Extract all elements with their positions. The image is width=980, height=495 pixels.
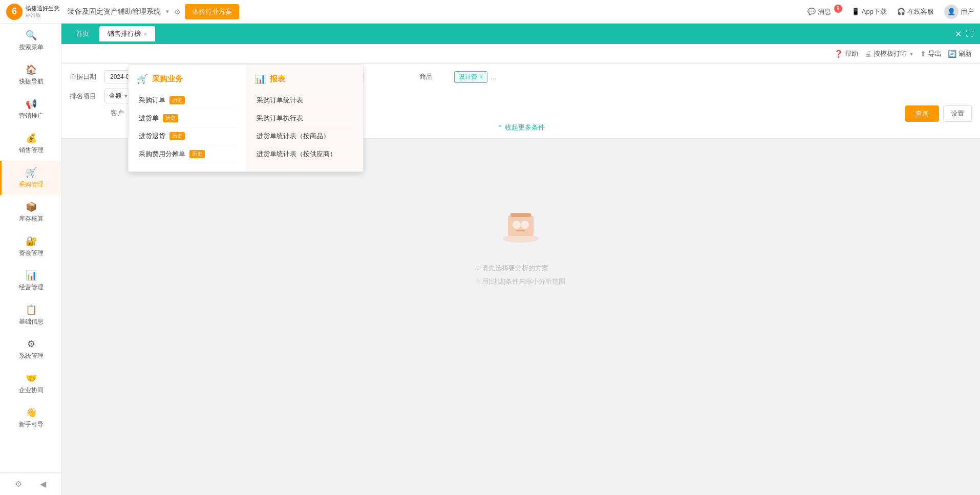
sidebar-item-finance[interactable]: 🔐资金管理 xyxy=(0,229,61,264)
marketing-icon: 📢 xyxy=(26,98,37,110)
user-btn[interactable]: 👤 用户 xyxy=(944,5,974,19)
dropdown-item-采购订单执行表[interactable]: 采购订单执行表 xyxy=(254,110,355,127)
tab-sales-rank[interactable]: 销售排行榜 × xyxy=(99,26,155,41)
newbie-icon: 👋 xyxy=(26,407,37,418)
finance-icon: 🔐 xyxy=(26,235,37,247)
action-buttons: 查询 设置 xyxy=(905,105,972,122)
svg-rect-2 xyxy=(510,213,531,217)
sales-icon: 💰 xyxy=(26,133,37,144)
history-badge: 历史 xyxy=(169,132,185,140)
settings-bottom-icon[interactable]: ⚙ xyxy=(15,479,22,489)
dropdown-item-进货单[interactable]: 进货单历史 xyxy=(137,110,238,127)
industry-btn[interactable]: 体验行业方案 xyxy=(185,4,239,19)
search-icon: 🔍 xyxy=(26,30,37,41)
dropdown-item-进货单统计表（按供应商）[interactable]: 进货单统计表（按供应商） xyxy=(254,145,355,163)
goods-control: 设计费 × ... xyxy=(454,71,563,83)
message-badge: 9 xyxy=(834,5,842,13)
empty-hint-1: 请先选择要分析的方案 xyxy=(476,262,566,275)
messages-btn[interactable]: 💬 消息 9 xyxy=(807,7,841,16)
dropdown-purchase-header: 🛒 采购业务 xyxy=(137,73,238,84)
system-title-text: 装备及固定资产辅助管理系统 xyxy=(68,7,161,16)
toolbar: ❓ 帮助 🖨 按模板打印 ▼ ⬆ 导出 🔄 刷新 xyxy=(61,44,980,64)
operation-icon: 📊 xyxy=(26,270,37,281)
content-area: ❓ 帮助 🖨 按模板打印 ▼ ⬆ 导出 🔄 刷新 xyxy=(61,44,980,495)
dropdown-item-采购订单统计表[interactable]: 采购订单统计表 xyxy=(254,92,355,110)
collapse-btn[interactable]: ⌃ 收起更多条件 xyxy=(497,123,545,132)
empty-hint-2: 用[过滤]条件来缩小分析范围 xyxy=(476,275,566,288)
header-right: 💬 消息 9 📱 App下载 🎧 在线客服 👤 用户 xyxy=(807,5,974,19)
logo-icon: 6 xyxy=(6,4,23,20)
goods-ellipsis[interactable]: ... xyxy=(491,73,496,81)
enterprise-icon: 🤝 xyxy=(26,373,37,384)
quick-icon: 🏠 xyxy=(26,64,37,75)
system-dropdown-icon[interactable]: ▼ xyxy=(165,9,170,14)
print-dropdown-icon: ▼ xyxy=(909,51,914,57)
history-badge: 历史 xyxy=(163,114,178,122)
avatar: 👤 xyxy=(944,5,958,19)
print-icon: 🖨 xyxy=(864,50,871,58)
settings-btn[interactable]: 设置 xyxy=(943,105,972,122)
export-btn[interactable]: ⬆ 导出 xyxy=(920,49,942,58)
purchase-icon: 🛒 xyxy=(26,167,37,178)
main-layout: 🔍搜索菜单🏠快捷导航📢营销推广💰销售管理🛒采购管理📦库存核算🔐资金管理📊经营管理… xyxy=(0,24,980,495)
tab-close-icon[interactable]: × xyxy=(144,31,147,37)
rank-label: 排名项目 xyxy=(70,92,100,101)
main-content: 首页 销售排行榜 × ✕ ⛶ ❓ 帮助 🖨 按模板打印 xyxy=(61,24,980,495)
basic-icon: 📋 xyxy=(26,304,37,315)
dropdown-left-col: 🛒 采购业务 采购订单历史进货单历史进货退货历史采购费用分摊单历史 xyxy=(129,65,246,171)
system-settings-icon[interactable]: ⚙ xyxy=(174,8,181,16)
sidebar-bottom: ⚙ ◀ xyxy=(0,472,61,495)
report-header-icon: 📊 xyxy=(254,73,266,84)
filter-goods: 商品 设计费 × ... xyxy=(419,71,563,83)
sidebar-item-inventory[interactable]: 📦库存核算 xyxy=(0,195,61,229)
sidebar-item-operation[interactable]: 📊经营管理 xyxy=(0,264,61,298)
empty-state: 请先选择要分析的方案 用[过滤]条件来缩小分析范围 xyxy=(61,159,980,329)
sidebar-item-newbie[interactable]: 👋新手引导 xyxy=(0,401,61,435)
sidebar-item-enterprise[interactable]: 🤝企业协同 xyxy=(0,367,61,401)
refresh-btn[interactable]: 🔄 刷新 xyxy=(948,49,972,58)
tab-home[interactable]: 首页 xyxy=(68,26,97,41)
purchase-header-icon: 🛒 xyxy=(137,73,148,84)
logo-text: 畅捷通好生意 标准版 xyxy=(26,5,59,18)
dropdown-item-采购订单[interactable]: 采购订单历史 xyxy=(137,92,238,110)
goods-tag-remove[interactable]: × xyxy=(479,73,483,80)
dropdown-item-进货退货[interactable]: 进货退货历史 xyxy=(137,127,238,145)
phone-icon: 📱 xyxy=(851,8,860,15)
sidebar-item-system[interactable]: ⚙系统管理 xyxy=(0,332,61,367)
help-icon: ❓ xyxy=(834,50,843,58)
svg-point-4 xyxy=(521,221,529,229)
export-icon: ⬆ xyxy=(920,50,926,58)
svg-point-3 xyxy=(513,221,521,229)
inventory-icon: 📦 xyxy=(26,201,37,212)
svg-rect-1 xyxy=(508,216,534,236)
dropdown-menu: 🛒 采购业务 采购订单历史进货单历史进货退货历史采购费用分摊单历史 📊 报表 采… xyxy=(128,64,364,172)
tab-bar-right: ✕ ⛶ xyxy=(955,29,974,39)
tab-close-action[interactable]: ✕ xyxy=(955,29,962,39)
system-icon: ⚙ xyxy=(27,338,35,350)
sidebar-item-sales[interactable]: 💰销售管理 xyxy=(0,126,61,161)
sidebar-item-search[interactable]: 🔍搜索菜单 xyxy=(0,24,61,58)
message-icon: 💬 xyxy=(807,8,816,15)
sidebar-item-marketing[interactable]: 📢营销推广 xyxy=(0,92,61,126)
dropdown-right-col: 📊 报表 采购订单统计表采购订单执行表进货单统计表（按商品）进货单统计表（按供应… xyxy=(246,65,364,171)
tab-bar: 首页 销售排行榜 × ✕ ⛶ xyxy=(61,24,980,44)
dropdown-item-采购费用分摊单[interactable]: 采购费用分摊单历史 xyxy=(137,145,238,163)
empty-hints: 请先选择要分析的方案 用[过滤]条件来缩小分析范围 xyxy=(476,262,566,288)
online-service-btn[interactable]: 🎧 在线客服 xyxy=(897,7,934,16)
logo-area: 6 畅捷通好生意 标准版 xyxy=(6,4,68,20)
tab-fullscreen-action[interactable]: ⛶ xyxy=(966,29,974,38)
date-label: 单据日期 xyxy=(70,72,100,81)
sidebar-item-basic[interactable]: 📋基础信息 xyxy=(0,298,61,332)
system-title-area: 装备及固定资产辅助管理系统 ▼ ⚙ 体验行业方案 xyxy=(68,4,797,19)
empty-icon xyxy=(495,200,546,251)
history-badge: 历史 xyxy=(169,96,185,104)
print-btn[interactable]: 🖨 按模板打印 ▼ xyxy=(864,49,914,58)
collapse-arrow-icon: ⌃ xyxy=(497,124,503,132)
query-btn[interactable]: 查询 xyxy=(905,105,939,122)
help-btn[interactable]: ❓ 帮助 xyxy=(834,49,858,58)
dropdown-item-进货单统计表（按商品）[interactable]: 进货单统计表（按商品） xyxy=(254,127,355,145)
sidebar-item-purchase[interactable]: 🛒采购管理 xyxy=(0,161,61,195)
app-download-btn[interactable]: 📱 App下载 xyxy=(851,7,887,16)
collapse-sidebar-icon[interactable]: ◀ xyxy=(40,479,46,489)
sidebar-item-quick[interactable]: 🏠快捷导航 xyxy=(0,58,61,92)
